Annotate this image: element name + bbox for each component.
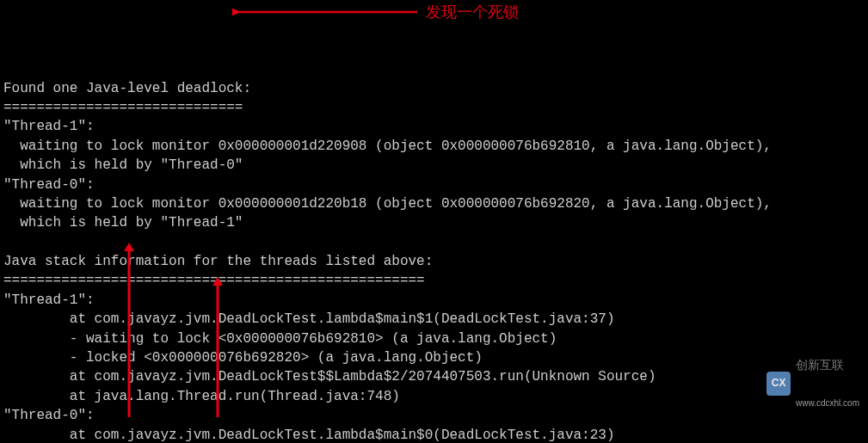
terminal-line: "Thread-0":: [3, 175, 865, 194]
terminal-line: "Thread-1":: [3, 291, 865, 310]
terminal-line: - waiting to lock <0x000000076b692810> (…: [3, 329, 865, 348]
terminal-line: - locked <0x000000076b692820> (a java.la…: [3, 348, 865, 367]
terminal-line: which is held by "Thread-1": [3, 213, 865, 232]
annotation-deadlock-found: 发现一个死锁: [426, 2, 519, 23]
watermark-text: 创新互联 www.cdcxhl.com: [796, 332, 859, 434]
terminal-line: at com.javayz.jvm.DeadLockTest.lambda$ma…: [3, 310, 865, 329]
terminal-line: =============================: [3, 98, 865, 117]
watermark-brand: 创新互联: [796, 359, 859, 372]
terminal-line: waiting to lock monitor 0x000000001d220b…: [3, 194, 865, 213]
terminal-line: at java.lang.Thread.run(Thread.java:748): [3, 387, 865, 406]
terminal-line: Found one Java-level deadlock:: [3, 79, 865, 98]
watermark-url: www.cdcxhl.com: [796, 398, 859, 408]
terminal-line: "Thread-0":: [3, 406, 865, 425]
terminal-line: "Thread-1":: [3, 117, 865, 136]
terminal-line: which is held by "Thread-0": [3, 156, 865, 175]
terminal-line: ========================================…: [3, 271, 865, 290]
terminal-line: [3, 233, 865, 252]
arrow-top: [232, 3, 422, 21]
watermark-logo-icon: CX: [766, 372, 791, 396]
terminal-line: at com.javayz.jvm.DeadLockTest.lambda$ma…: [3, 426, 865, 443]
terminal-output: Found one Java-level deadlock:==========…: [0, 77, 868, 443]
terminal-line: Java stack information for the threads l…: [3, 252, 865, 271]
terminal-line: waiting to lock monitor 0x000000001d2209…: [3, 137, 865, 156]
terminal-line: at com.javayz.jvm.DeadLockTest$$Lambda$2…: [3, 367, 865, 386]
watermark: CX 创新互联 www.cdcxhl.com: [766, 332, 859, 434]
